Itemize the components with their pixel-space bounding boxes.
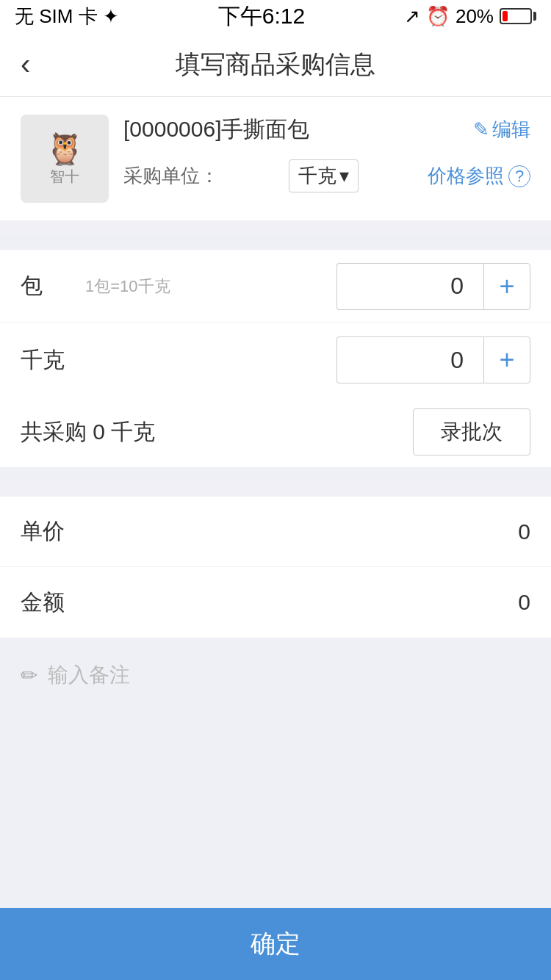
amount-row: 金额 0 (0, 567, 551, 638)
pencil-icon: ✏ (21, 663, 37, 688)
status-bar: 无 SIM 卡 ✦ 下午6:12 ↗ ⏰ 20% (0, 0, 551, 32)
bag-input-wrap: + (336, 263, 530, 310)
remark-section[interactable]: ✏ 输入备注 (0, 641, 551, 710)
kg-input-wrap: + (336, 336, 530, 383)
price-ref-label: 价格参照 (428, 163, 504, 189)
section-divider-1 (0, 235, 551, 250)
bag-plus-button[interactable]: + (483, 263, 530, 310)
product-logo-icon: 🦉 (46, 131, 84, 167)
amount-label: 金额 (21, 588, 65, 618)
battery-icon (500, 8, 536, 24)
product-card: 🦉 智十 [0000006]手撕面包 ✎ 编辑 采购单位： 千克 ▾ 价格参照 (0, 97, 551, 220)
unit-price-label: 单价 (21, 516, 65, 547)
empty-space (0, 710, 551, 930)
unit-price-row: 单价 0 (0, 497, 551, 567)
bag-sublabel: 1包=10千克 (85, 275, 336, 298)
kg-label: 千克 (21, 345, 79, 375)
info-section: 单价 0 金额 0 (0, 497, 551, 638)
alarm-icon: ⏰ (426, 5, 450, 28)
product-name: [0000006]手撕面包 (123, 115, 309, 145)
kg-quantity-input[interactable] (336, 336, 483, 383)
back-button[interactable]: ‹ (21, 48, 30, 81)
bag-quantity-input[interactable] (336, 263, 483, 310)
batch-button[interactable]: 录批次 (413, 408, 530, 455)
amount-value: 0 (518, 590, 530, 615)
confirm-label: 确定 (251, 927, 300, 961)
sim-status: 无 SIM 卡 ✦ (15, 4, 119, 29)
page-title: 填写商品采购信息 (176, 48, 375, 82)
product-info: [0000006]手撕面包 ✎ 编辑 采购单位： 千克 ▾ 价格参照 ? (123, 115, 530, 192)
edit-icon: ✎ (473, 118, 489, 141)
nav-bar: ‹ 填写商品采购信息 (0, 32, 551, 97)
unit-label: 采购单位： (123, 163, 219, 189)
product-name-row: [0000006]手撕面包 ✎ 编辑 (123, 115, 530, 145)
dropdown-arrow-icon: ▾ (339, 165, 349, 187)
kg-plus-button[interactable]: + (483, 336, 530, 383)
input-section: 包 1包=10千克 + 千克 + (0, 250, 551, 397)
product-image: 🦉 智十 (21, 115, 109, 203)
unit-value: 千克 (298, 163, 336, 189)
location-icon: ↗ (404, 5, 420, 28)
purchase-unit-row: 采购单位： 千克 ▾ 价格参照 ? (123, 159, 530, 192)
price-ref-help-icon: ? (508, 165, 530, 187)
section-divider-2 (0, 467, 551, 482)
total-text: 共采购 0 千克 (21, 417, 155, 447)
brand-label: 智十 (50, 167, 79, 187)
status-left: 无 SIM 卡 ✦ (15, 4, 119, 29)
kg-input-row: 千克 + (0, 323, 551, 397)
bag-label: 包 (21, 271, 79, 301)
unit-price-value: 0 (518, 519, 530, 544)
edit-label: 编辑 (492, 117, 530, 143)
status-time: 下午6:12 (218, 1, 305, 32)
total-row: 共采购 0 千克 录批次 (0, 397, 551, 467)
price-ref-button[interactable]: 价格参照 ? (428, 163, 530, 189)
confirm-button[interactable]: 确定 (0, 908, 551, 980)
battery-percent: 20% (455, 5, 494, 28)
unit-select[interactable]: 千克 ▾ (289, 159, 359, 192)
edit-button[interactable]: ✎ 编辑 (473, 117, 530, 143)
bag-input-row: 包 1包=10千克 + (0, 250, 551, 323)
remark-placeholder: 输入备注 (48, 661, 130, 689)
status-right: ↗ ⏰ 20% (404, 5, 536, 28)
